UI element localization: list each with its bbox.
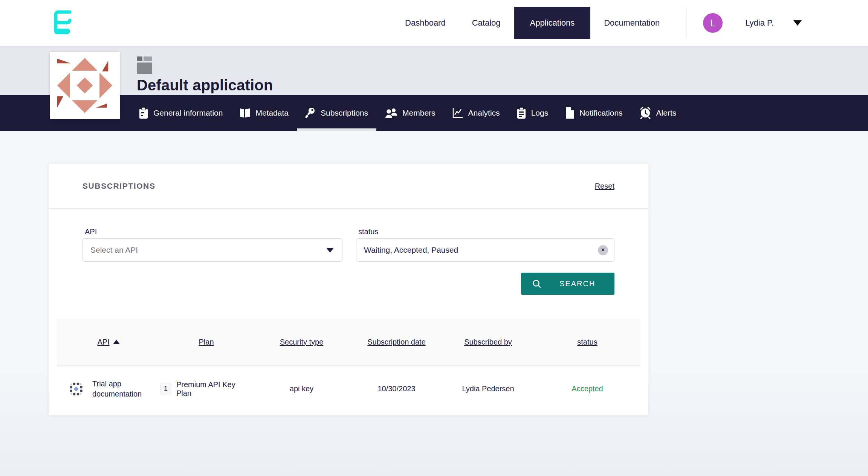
api-identicon: [68, 381, 84, 397]
alarm-icon: [639, 107, 651, 119]
column-header-api[interactable]: API: [97, 338, 109, 346]
subscriptions-panel: SUBSCRIPTIONS Reset API Select an API st…: [49, 164, 648, 415]
tab-general-information[interactable]: General information: [130, 95, 231, 131]
clipboard-icon: [139, 107, 148, 119]
nav-divider: [686, 8, 686, 38]
status-select-value: Waiting, Accepted, Paused: [364, 246, 458, 255]
plan-count-badge: 1: [160, 383, 171, 395]
book-icon: [239, 108, 251, 118]
reset-link[interactable]: Reset: [595, 182, 614, 191]
subscriptions-table: API Plan Security type Subscription date…: [57, 319, 640, 412]
application-tabs: General information Metadata Subscriptio…: [0, 95, 868, 131]
subscribed-by-value: Lydia Pedersen: [462, 384, 514, 393]
user-name[interactable]: Lydia P.: [745, 18, 774, 28]
tab-label: General information: [153, 108, 223, 117]
application-header: Default application: [0, 46, 868, 95]
column-header-plan[interactable]: Plan: [199, 338, 214, 346]
user-avatar[interactable]: L: [703, 13, 723, 33]
gravitee-logo-icon[interactable]: [53, 9, 72, 37]
api-filter-field: API Select an API: [83, 227, 342, 262]
nav-item-dashboard[interactable]: Dashboard: [405, 18, 446, 28]
api-name[interactable]: Trial app documentation: [92, 379, 149, 399]
tab-label: Metadata: [255, 108, 289, 117]
tab-label: Logs: [531, 108, 549, 117]
application-avatar: [50, 52, 120, 119]
tab-label: Alerts: [656, 108, 677, 117]
tab-label: Subscriptions: [321, 108, 368, 117]
nav-item-applications[interactable]: Applications: [514, 7, 591, 39]
tab-metadata[interactable]: Metadata: [231, 95, 297, 131]
people-icon: [385, 107, 397, 119]
line-chart-icon: [452, 107, 463, 119]
tab-logs[interactable]: Logs: [508, 95, 557, 131]
tab-analytics[interactable]: Analytics: [444, 95, 508, 131]
table-header-row: API Plan Security type Subscription date…: [57, 319, 640, 366]
status-filter-field: status Waiting, Accepted, Paused ×: [356, 227, 614, 262]
panel-title: SUBSCRIPTIONS: [83, 182, 156, 191]
tab-members[interactable]: Members: [376, 95, 444, 131]
api-select[interactable]: Select an API: [83, 238, 342, 262]
nav-item-catalog[interactable]: Catalog: [472, 18, 501, 28]
page-title: Default application: [137, 77, 273, 94]
status-select[interactable]: Waiting, Accepted, Paused ×: [356, 238, 614, 262]
status-filter-label: status: [358, 227, 614, 236]
tab-label: Notifications: [579, 108, 622, 117]
api-filter-label: API: [85, 227, 342, 236]
api-select-placeholder: Select an API: [90, 246, 138, 255]
search-button-label: SEARCH: [559, 279, 595, 288]
column-header-security-type[interactable]: Security type: [280, 338, 324, 346]
tab-alerts[interactable]: Alerts: [631, 95, 685, 131]
table-row[interactable]: Trial app documentation 1 Premium API Ke…: [57, 366, 640, 412]
search-icon: [532, 279, 541, 288]
tab-label: Members: [402, 108, 436, 117]
search-button[interactable]: SEARCH: [521, 273, 614, 295]
top-navigation: Dashboard Catalog Applications Documenta…: [0, 0, 868, 46]
security-type-value: api key: [290, 384, 313, 393]
clear-status-icon[interactable]: ×: [598, 245, 608, 255]
column-header-status[interactable]: status: [577, 338, 597, 346]
column-header-subscription-date[interactable]: Subscription date: [367, 338, 426, 346]
page: Dashboard Catalog Applications Documenta…: [0, 0, 868, 476]
sort-ascending-icon: [113, 340, 120, 344]
key-icon: [305, 107, 316, 119]
application-type-icon: [137, 56, 152, 74]
plan-name: Premium API Key Plan: [176, 380, 252, 398]
column-header-subscribed-by[interactable]: Subscribed by: [464, 338, 512, 346]
user-menu-caret-icon[interactable]: [793, 20, 802, 26]
tab-label: Analytics: [468, 108, 500, 117]
tab-subscriptions[interactable]: Subscriptions: [297, 95, 376, 131]
file-icon: [565, 107, 575, 119]
chevron-down-icon: [326, 248, 334, 253]
status-badge: Accepted: [572, 384, 603, 393]
tab-notifications[interactable]: Notifications: [556, 95, 631, 131]
list-clipboard-icon: [517, 107, 526, 119]
subscription-date-value: 10/30/2023: [377, 384, 415, 393]
nav-item-documentation[interactable]: Documentation: [604, 18, 660, 28]
